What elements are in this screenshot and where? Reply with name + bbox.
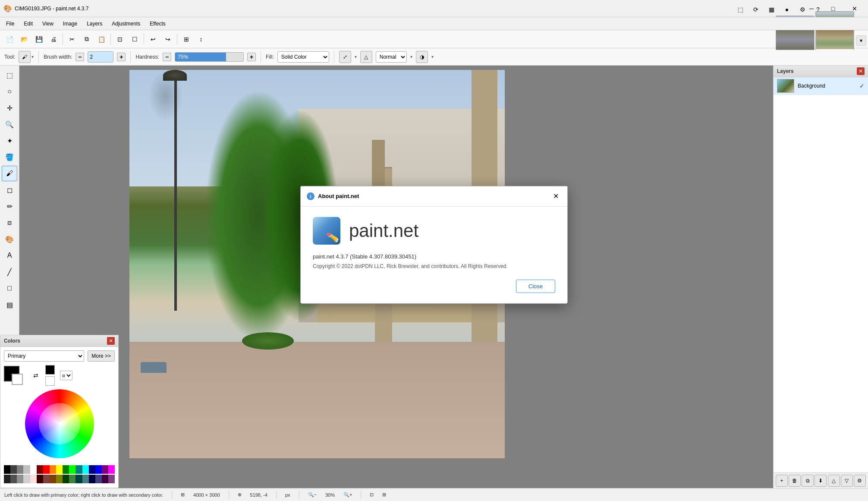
brush-width-minus[interactable]: − <box>75 53 84 61</box>
blend-icon-1[interactable]: ⤢ <box>339 51 351 63</box>
swap-colors-icon[interactable]: ⇄ <box>33 372 38 379</box>
about-close-button[interactable]: Close <box>516 279 555 293</box>
palette-color[interactable] <box>23 465 30 474</box>
secondary-color-swatch[interactable] <box>12 374 23 385</box>
deselect-button[interactable]: ☐ <box>128 32 142 46</box>
settings-icon[interactable]: ⚙ <box>796 3 809 16</box>
palette-color[interactable] <box>37 475 43 483</box>
palette-color[interactable] <box>75 465 82 474</box>
delete-layer-button[interactable]: 🗑 <box>789 475 801 487</box>
palette-color[interactable] <box>69 475 75 483</box>
primary-secondary-select[interactable]: Primary Secondary <box>4 350 84 362</box>
transparency-select[interactable]: α <box>60 371 72 380</box>
palette-color[interactable] <box>4 475 10 483</box>
fill-select[interactable]: Solid Color No Fill Linear Gradient Radi… <box>277 51 329 63</box>
layers-panel-close[interactable]: ✕ <box>857 67 865 75</box>
hardness-minus[interactable]: − <box>163 53 171 61</box>
tab-dropdown-button[interactable]: ▾ <box>856 35 866 46</box>
zoom-in-icon[interactable]: 🔍+ <box>343 492 352 498</box>
palette-color[interactable] <box>63 465 69 474</box>
text-tool[interactable]: A <box>2 248 17 263</box>
palette-color[interactable] <box>69 465 75 474</box>
palette-color[interactable] <box>75 475 82 483</box>
move-tool[interactable]: ✛ <box>2 100 17 116</box>
about-dialog-close[interactable]: ✕ <box>550 190 561 202</box>
grid-button[interactable]: ⊞ <box>179 32 193 46</box>
more-button[interactable]: More >> <box>88 350 115 362</box>
colors-icon[interactable]: ● <box>780 3 794 16</box>
palette-color[interactable] <box>108 465 115 474</box>
palette-color[interactable] <box>102 475 108 483</box>
brush-width-input[interactable] <box>88 51 113 63</box>
white-swatch[interactable] <box>45 376 55 386</box>
save-button[interactable]: 💾 <box>32 32 46 46</box>
shapes-tool[interactable]: □ <box>2 280 17 296</box>
color-wheel[interactable] <box>25 389 94 458</box>
palette-color[interactable] <box>10 475 17 483</box>
duplicate-layer-button[interactable]: ⧉ <box>802 475 814 487</box>
pencil-tool[interactable]: ✏ <box>2 199 17 214</box>
layer-background[interactable]: Background ✓ <box>774 77 868 95</box>
primary-color-swatch[interactable] <box>4 366 19 381</box>
palette-color[interactable] <box>56 475 63 483</box>
eraser-tool[interactable]: ◻ <box>2 182 17 198</box>
redo-button[interactable]: ↪ <box>161 32 175 46</box>
menu-adjustments[interactable]: Adjustments <box>107 19 145 28</box>
palette-color[interactable] <box>43 475 50 483</box>
palette-color[interactable] <box>43 465 50 474</box>
palette-color[interactable] <box>4 465 10 474</box>
opacity-icon[interactable]: ◑ <box>416 51 428 63</box>
hardness-plus[interactable]: + <box>247 53 256 61</box>
palette-color[interactable] <box>95 475 102 483</box>
blend-mode-select[interactable]: Normal Multiply Screen Overlay <box>376 51 407 63</box>
palette-color[interactable] <box>23 475 30 483</box>
open-button[interactable]: 📂 <box>17 32 31 46</box>
paste-button[interactable]: 📋 <box>94 32 108 46</box>
clone-stamp-tool[interactable]: ⧈ <box>2 215 17 230</box>
zoom-out-icon[interactable]: 🔍− <box>308 492 317 498</box>
tool-selector[interactable]: 🖌 <box>19 51 31 63</box>
layer-properties-button[interactable]: ⚙ <box>854 475 866 487</box>
brush-tool[interactable]: 🖌 <box>2 166 17 181</box>
help-icon[interactable]: ? <box>811 3 825 16</box>
add-layer-button[interactable]: + <box>776 475 788 487</box>
palette-color[interactable] <box>10 465 17 474</box>
palette-color[interactable] <box>50 465 56 474</box>
palette-color[interactable] <box>30 475 37 483</box>
lasso-tool[interactable]: ○ <box>2 84 17 99</box>
new-button[interactable]: 📄 <box>3 32 16 46</box>
crop-button[interactable]: ⊡ <box>113 32 127 46</box>
palette-color[interactable] <box>102 465 108 474</box>
palette-color[interactable] <box>50 475 56 483</box>
select-tool-icon[interactable]: ⬚ <box>733 3 747 16</box>
undo-button[interactable]: ↩ <box>146 32 160 46</box>
palette-color[interactable] <box>89 475 95 483</box>
magic-wand-tool[interactable]: ✦ <box>2 133 17 148</box>
print-button[interactable]: 🖨 <box>47 32 60 46</box>
palette-color[interactable] <box>63 475 69 483</box>
menu-edit[interactable]: Edit <box>19 19 37 28</box>
brush-width-plus[interactable]: + <box>117 53 126 61</box>
history-icon[interactable]: ⟳ <box>749 3 763 16</box>
colors-panel-close[interactable]: ✕ <box>107 337 115 345</box>
layer-visibility-check[interactable]: ✓ <box>859 82 865 89</box>
palette-color[interactable] <box>82 465 89 474</box>
menu-effects[interactable]: Effects <box>145 19 170 28</box>
move-selected-button[interactable]: ↕ <box>194 32 208 46</box>
palette-color[interactable] <box>17 465 23 474</box>
palette-color[interactable] <box>82 475 89 483</box>
zoom-tool[interactable]: 🔍 <box>2 117 17 132</box>
menu-layers[interactable]: Layers <box>82 19 107 28</box>
fit-window-icon[interactable]: ⊡ <box>370 492 374 498</box>
palette-color[interactable] <box>95 465 102 474</box>
menu-image[interactable]: Image <box>59 19 82 28</box>
merge-layer-button[interactable]: ⬇ <box>815 475 827 487</box>
blend-icon-2[interactable]: △ <box>360 51 372 63</box>
copy-button[interactable]: ⧉ <box>80 32 94 46</box>
black-swatch[interactable] <box>45 365 55 375</box>
hardness-slider[interactable]: 75% <box>175 52 244 62</box>
palette-color[interactable] <box>30 465 37 474</box>
palette-color[interactable] <box>37 465 43 474</box>
paint-bucket-tool[interactable]: 🪣 <box>2 149 17 165</box>
menu-view[interactable]: View <box>38 19 58 28</box>
